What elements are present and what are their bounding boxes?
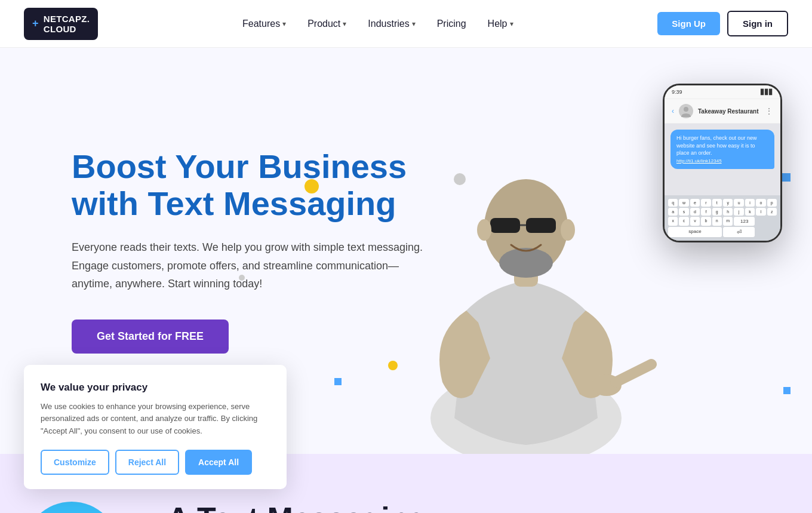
key: d xyxy=(690,208,700,216)
nav-links: Features ▾ Product ▾ Industries ▾ Pricin… xyxy=(234,14,521,34)
chevron-down-icon: ▾ xyxy=(282,20,286,28)
section2-avatar-area xyxy=(24,502,119,513)
key: e xyxy=(690,199,700,207)
key: n xyxy=(712,217,722,226)
key: b xyxy=(701,217,710,226)
key: w xyxy=(679,199,688,207)
key: 123 xyxy=(734,217,755,226)
chevron-down-icon: ▾ xyxy=(412,20,416,28)
logo[interactable]: + NETCAPZ.CLOUD xyxy=(24,8,98,40)
nav-actions: Sign Up Sign in xyxy=(657,11,788,36)
signin-button[interactable]: Sign in xyxy=(727,11,788,36)
svg-point-9 xyxy=(561,219,575,241)
key: z xyxy=(767,208,777,216)
section2-title: A Text Messaging xyxy=(167,502,788,513)
nav-item-features[interactable]: Features ▾ xyxy=(234,14,294,34)
hero-title: Boost Your Business with Text Messaging xyxy=(72,148,423,222)
key: o xyxy=(756,199,765,207)
nav-item-help[interactable]: Help ▾ xyxy=(479,14,522,34)
key: v xyxy=(690,217,700,226)
cookie-title: We value your privacy xyxy=(41,382,270,394)
nav-item-product[interactable]: Product ▾ xyxy=(299,14,355,34)
svg-point-10 xyxy=(684,107,688,112)
key: y xyxy=(723,199,733,207)
phone-chat-body: Hi burger fans, check out our new websit… xyxy=(665,124,780,195)
chat-link: http://ti1.uk/link12345 xyxy=(676,158,722,164)
chat-message: Hi burger fans, check out our new websit… xyxy=(670,130,774,169)
phone-chat-header: ‹ Takeaway Restaurant ⋮ xyxy=(665,99,780,124)
hero-image: 9:39 ▊▊▊ ‹ Takeaway Restaurant ⋮ xyxy=(390,48,812,454)
key: g xyxy=(712,208,722,216)
nav-item-pricing[interactable]: Pricing xyxy=(429,14,475,34)
hero-content: Boost Your Business with Text Messaging … xyxy=(0,100,447,401)
cookie-buttons: Customize Reject All Accept All xyxy=(41,450,270,475)
nav-item-industries[interactable]: Industries ▾ xyxy=(359,14,423,34)
more-icon: ⋮ xyxy=(765,106,773,116)
key: t xyxy=(712,199,722,207)
hero-cta-button[interactable]: Get Started for FREE xyxy=(72,320,229,354)
cookie-text: We use cookies to enhance your browsing … xyxy=(41,401,270,438)
chevron-down-icon: ▾ xyxy=(510,20,513,28)
navbar: + NETCAPZ.CLOUD Features ▾ Product ▾ Ind… xyxy=(0,0,812,48)
key: m xyxy=(723,217,733,226)
hero-subtitle: Everyone reads their texts. We help you … xyxy=(72,238,423,293)
key: k xyxy=(745,208,755,216)
phone-avatar xyxy=(679,104,693,118)
key: j xyxy=(734,208,743,216)
svg-point-8 xyxy=(477,219,491,241)
key: f xyxy=(701,208,710,216)
chevron-down-icon: ▾ xyxy=(343,20,346,28)
key: c xyxy=(679,217,688,226)
svg-rect-4 xyxy=(526,218,556,233)
cookie-customize-button[interactable]: Customize xyxy=(41,450,109,475)
cookie-reject-button[interactable]: Reject All xyxy=(115,450,179,475)
key: l xyxy=(756,208,765,216)
phone-keyboard: q w e r t y u i o p a s d f g h j xyxy=(665,195,780,241)
key: i xyxy=(745,199,755,207)
svg-point-6 xyxy=(499,248,553,278)
cookie-accept-button[interactable]: Accept All xyxy=(185,450,252,475)
section2-text: A Text Messaging xyxy=(167,502,788,513)
phone-contact-name: Takeaway Restaurant xyxy=(698,108,759,115)
back-icon: ‹ xyxy=(672,107,674,115)
signup-button[interactable]: Sign Up xyxy=(657,12,720,35)
cookie-banner: We value your privacy We use cookies to … xyxy=(24,365,287,489)
key: s xyxy=(679,208,688,216)
phone-status-bar: 9:39 ▊▊▊ xyxy=(665,85,780,99)
logo-text: NETCAPZ.CLOUD xyxy=(44,14,90,34)
key: h xyxy=(723,208,733,216)
logo-plus: + xyxy=(32,17,39,30)
key: a xyxy=(668,208,678,216)
avatar-circle xyxy=(24,502,119,513)
key: ⏎ xyxy=(723,227,755,237)
key: p xyxy=(767,199,777,207)
key: x xyxy=(668,217,678,226)
key: space xyxy=(668,227,722,237)
svg-rect-3 xyxy=(490,218,520,233)
phone-mockup: 9:39 ▊▊▊ ‹ Takeaway Restaurant ⋮ xyxy=(663,84,782,242)
key: r xyxy=(701,199,710,207)
key: q xyxy=(668,199,678,207)
key: u xyxy=(734,199,743,207)
